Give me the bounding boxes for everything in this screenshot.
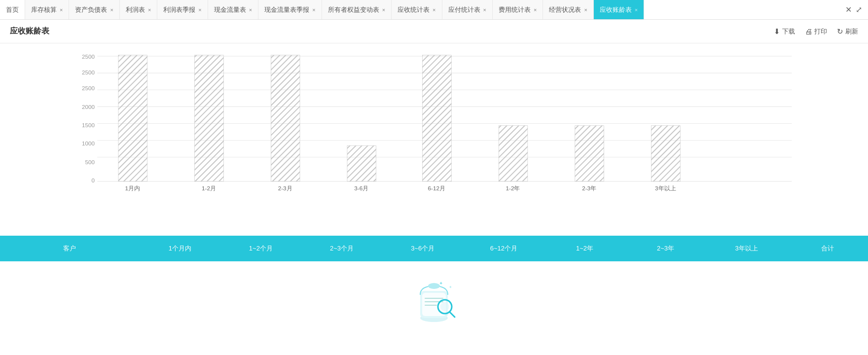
page-title: 应收账龄表 [10, 26, 49, 36]
tab-inventory-close[interactable]: × [60, 7, 63, 13]
tab-ar-aging-close[interactable]: × [635, 7, 638, 13]
bar-1月内 [118, 55, 147, 181]
tab-cashflow-quarterly[interactable]: 现金流量表季报 × [258, 0, 322, 20]
tab-operation-status[interactable]: 经营状况表 × [543, 0, 593, 20]
tab-ar-aging-label: 应收账龄表 [600, 5, 632, 14]
svg-text:1-2月: 1-2月 [202, 185, 216, 191]
tab-profit[interactable]: 利润表 × [120, 0, 157, 20]
print-label: 打印 [814, 27, 827, 36]
empty-illustration: ✦ ✦ [409, 276, 464, 325]
bar-3-6月 [347, 145, 376, 181]
tab-equity-label: 所有者权益变动表 [328, 5, 379, 14]
svg-text:1500: 1500 [82, 122, 95, 128]
bar-3年以上 [651, 126, 681, 181]
print-icon: 🖨 [805, 27, 812, 36]
svg-text:6-12月: 6-12月 [428, 185, 445, 191]
bar-2-3年 [575, 126, 604, 181]
svg-text:500: 500 [85, 159, 95, 165]
bar-chart: 2500 2500 2500 2000 1500 1000 500 0 1月内 [10, 48, 858, 206]
svg-text:1月内: 1月内 [125, 185, 141, 191]
col-6-12month: 6~12个月 [463, 244, 544, 253]
svg-text:2500: 2500 [82, 69, 95, 75]
tab-equity[interactable]: 所有者权益变动表 × [322, 0, 392, 20]
bar-6-12月 [423, 55, 452, 181]
window-close-button[interactable]: ✕ [845, 5, 852, 14]
tab-cashflow-quarterly-label: 现金流量表季报 [264, 5, 309, 14]
tab-ar-stat-close[interactable]: × [433, 7, 435, 13]
tab-profit-quarterly[interactable]: 利润表季报 × [157, 0, 208, 20]
col-3year-plus: 3年以上 [706, 244, 787, 253]
refresh-button[interactable]: ↻ 刷新 [837, 27, 858, 36]
download-icon: ⬇ [774, 27, 780, 36]
tab-equity-close[interactable]: × [382, 7, 385, 13]
svg-text:2-3年: 2-3年 [582, 185, 596, 191]
svg-text:2500: 2500 [82, 53, 95, 60]
col-total: 合计 [787, 244, 868, 253]
download-label: 下载 [782, 27, 795, 36]
bar-2-3月 [271, 55, 300, 181]
tab-profit-close[interactable]: × [148, 7, 151, 13]
tab-balance-sheet[interactable]: 资产负债表 × [69, 0, 119, 20]
tab-expense-stat-close[interactable]: × [534, 7, 537, 13]
refresh-label: 刷新 [845, 27, 858, 36]
col-customer: 客户 [0, 244, 140, 253]
tab-ar-aging[interactable]: 应收账龄表 × [594, 0, 644, 20]
svg-text:2-3月: 2-3月 [278, 185, 292, 191]
chart-area: 2500 2500 2500 2000 1500 1000 500 0 1月内 [0, 43, 868, 236]
tab-profit-quarterly-label: 利润表季报 [163, 5, 195, 14]
col-2-3year: 2~3年 [625, 244, 706, 253]
svg-text:2500: 2500 [82, 85, 95, 91]
window-maximize-button[interactable]: ⤢ [856, 5, 862, 14]
tab-balance-sheet-label: 资产负债表 [75, 5, 107, 14]
col-1month: 1个月内 [140, 244, 220, 253]
tab-inventory[interactable]: 库存核算 × [25, 0, 69, 20]
tab-cashflow-label: 现金流量表 [214, 5, 246, 14]
tab-cashflow[interactable]: 现金流量表 × [208, 0, 258, 20]
tab-expense-stat-label: 费用统计表 [499, 5, 531, 14]
tab-profit-quarterly-close[interactable]: × [198, 7, 201, 13]
svg-text:0: 0 [91, 177, 95, 183]
empty-icon: ✦ ✦ [409, 276, 459, 320]
refresh-icon: ↻ [837, 27, 843, 36]
empty-state: ✦ ✦ [0, 261, 868, 335]
svg-point-31 [428, 283, 440, 289]
main-content: 2500 2500 2500 2000 1500 1000 500 0 1月内 [0, 43, 868, 355]
tab-operation-status-label: 经营状况表 [549, 5, 581, 14]
tab-profit-label: 利润表 [126, 5, 145, 14]
tab-ap-stat[interactable]: 应付统计表 × [442, 0, 493, 20]
print-button[interactable]: 🖨 打印 [805, 27, 827, 36]
col-1-2month: 1~2个月 [220, 244, 301, 253]
svg-text:✦: ✦ [449, 285, 452, 289]
col-1-2year: 1~2年 [544, 244, 625, 253]
svg-line-34 [450, 312, 455, 317]
svg-text:3-6月: 3-6月 [354, 185, 368, 191]
tab-ar-stat[interactable]: 应收统计表 × [392, 0, 442, 20]
tab-operation-status-close[interactable]: × [584, 7, 587, 13]
col-2-3month: 2~3个月 [301, 244, 382, 253]
tab-home[interactable]: 首页 [0, 0, 25, 20]
header-actions: ⬇ 下载 🖨 打印 ↻ 刷新 [774, 27, 858, 36]
svg-text:✦: ✦ [439, 281, 443, 286]
svg-text:1-2年: 1-2年 [506, 185, 520, 191]
table-header: 客户 1个月内 1~2个月 2~3个月 3~6个月 6~12个月 1~2年 2~… [0, 236, 868, 261]
tab-ar-stat-label: 应收统计表 [398, 5, 430, 14]
tab-inventory-label: 库存核算 [31, 5, 57, 14]
tab-home-label: 首页 [6, 5, 19, 14]
svg-text:3年以上: 3年以上 [655, 185, 676, 191]
tab-ap-stat-label: 应付统计表 [448, 5, 480, 14]
bar-1-2年 [499, 126, 528, 181]
bar-1-2月 [195, 55, 224, 181]
tab-expense-stat[interactable]: 费用统计表 × [493, 0, 543, 20]
svg-text:1000: 1000 [82, 140, 95, 146]
tab-cashflow-close[interactable]: × [249, 7, 252, 13]
page-header: 应收账龄表 ⬇ 下载 🖨 打印 ↻ 刷新 [0, 20, 868, 43]
download-button[interactable]: ⬇ 下载 [774, 27, 795, 36]
col-3-6month: 3~6个月 [382, 244, 463, 253]
svg-point-33 [440, 302, 449, 311]
window-actions: ✕ ⤢ [839, 5, 868, 14]
tab-ap-stat-close[interactable]: × [483, 7, 486, 13]
tab-cashflow-quarterly-close[interactable]: × [312, 7, 315, 13]
tab-balance-sheet-close[interactable]: × [110, 7, 113, 13]
svg-text:2000: 2000 [82, 104, 95, 110]
tab-bar: 首页 库存核算 × 资产负债表 × 利润表 × 利润表季报 × 现金流量表 × … [0, 0, 868, 20]
